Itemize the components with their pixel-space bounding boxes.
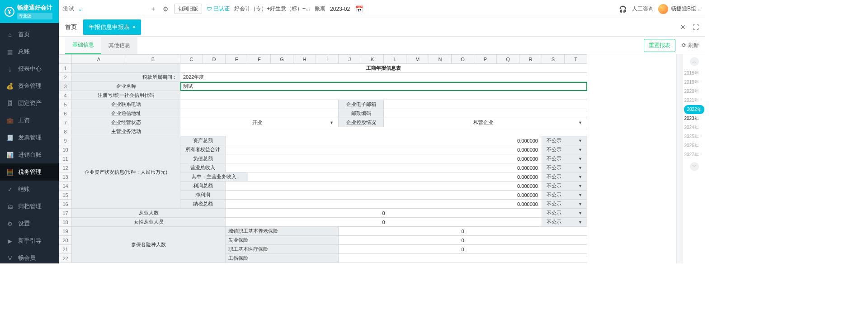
nav-icon: 🧾 bbox=[6, 134, 14, 141]
publicity-select[interactable]: 不公示▼ bbox=[544, 155, 585, 162]
publicity-select[interactable]: 不公示▼ bbox=[544, 219, 585, 225]
company-name-cell[interactable]: 测试 bbox=[180, 82, 587, 91]
calendar-icon[interactable]: 📅 bbox=[354, 5, 364, 13]
holding-select[interactable]: 私营企业▼ bbox=[386, 119, 585, 126]
sidebar-item-7[interactable]: 📊进销台账 bbox=[0, 146, 59, 163]
sidebar-item-0[interactable]: ⌂首页 bbox=[0, 26, 59, 43]
plan-text: 好会计（专）+好生意（标）+... bbox=[234, 5, 310, 13]
sidebar-item-12[interactable]: ▶新手引导 bbox=[0, 232, 59, 249]
company-name: 测试 bbox=[63, 5, 74, 13]
sidebar-item-11[interactable]: ⚙设置 bbox=[0, 215, 59, 232]
sidebar-nav: ⌂首页▤总账⭭报表中心💰资金管理🗄固定资产💼工资🧾发票管理📊进销台账🧮税务管理✓… bbox=[0, 23, 59, 263]
avatar bbox=[658, 4, 668, 14]
operating-status-select[interactable]: 开业▼ bbox=[182, 119, 336, 126]
year-2023年[interactable]: 2023年 bbox=[684, 114, 704, 123]
chevron-down-icon: ⌄ bbox=[78, 6, 82, 12]
scrollbar-vertical[interactable] bbox=[676, 54, 683, 263]
publicity-select[interactable]: 不公示▼ bbox=[544, 137, 585, 144]
brand-edition: 专业版 bbox=[17, 13, 52, 19]
nav-icon: ⌂ bbox=[6, 31, 14, 38]
period-label: 账期 bbox=[315, 5, 326, 13]
subtab-basic[interactable]: 基础信息 bbox=[65, 37, 101, 54]
publicity-select[interactable]: 不公示▼ bbox=[544, 173, 585, 180]
page-tabs: 首页 年报信息申报表 × × ⛶ bbox=[59, 18, 705, 36]
nav-icon: 🗄 bbox=[6, 100, 14, 107]
year-up-icon[interactable]: ︿ bbox=[690, 57, 699, 66]
nav-icon: 🗂 bbox=[6, 203, 14, 210]
support-link[interactable]: 人工咨询 bbox=[632, 5, 654, 13]
year-down-icon[interactable]: ﹀ bbox=[690, 162, 699, 171]
brand-icon: ¥ bbox=[5, 7, 14, 17]
close-icon[interactable]: × bbox=[680, 23, 685, 32]
year-2020年[interactable]: 2020年 bbox=[684, 87, 704, 96]
sidebar-item-4[interactable]: 🗄固定资产 bbox=[0, 95, 59, 112]
year-2025年[interactable]: 2025年 bbox=[684, 132, 704, 141]
year-2026年[interactable]: 2026年 bbox=[684, 141, 704, 150]
nav-icon: ▶ bbox=[6, 237, 14, 244]
year-2024年[interactable]: 2024年 bbox=[684, 123, 704, 132]
year-2018年[interactable]: 2018年 bbox=[684, 69, 704, 78]
reset-button[interactable]: 重置报表 bbox=[644, 39, 675, 52]
add-icon[interactable]: ＋ bbox=[149, 5, 157, 13]
brand-logo: ¥ 畅捷通好会计 专业版 bbox=[0, 0, 59, 23]
tab-annual-report[interactable]: 年报信息申报表 × bbox=[83, 19, 141, 35]
year-2022年[interactable]: 2022年 bbox=[684, 105, 704, 114]
publicity-select[interactable]: 不公示▼ bbox=[544, 191, 585, 198]
brand-name: 畅捷通好会计 bbox=[17, 4, 52, 12]
refresh-icon: ⟳ bbox=[682, 42, 686, 48]
company-select[interactable]: 测试 ⌄ bbox=[63, 5, 145, 13]
sidebar-item-5[interactable]: 💼工资 bbox=[0, 112, 59, 129]
nav-icon: V bbox=[6, 254, 14, 262]
publicity-select[interactable]: 不公示▼ bbox=[544, 210, 585, 216]
publicity-select[interactable]: 不公示▼ bbox=[544, 146, 585, 153]
sidebar-item-3[interactable]: 💰资金管理 bbox=[0, 77, 59, 95]
publicity-select[interactable]: 不公示▼ bbox=[544, 182, 585, 189]
sidebar-item-8[interactable]: 🧮税务管理 bbox=[0, 163, 59, 181]
nav-icon: ▤ bbox=[6, 48, 14, 55]
sidebar-item-13[interactable]: V畅会员 bbox=[0, 249, 59, 263]
nav-icon: 📊 bbox=[6, 151, 14, 158]
sidebar-item-1[interactable]: ▤总账 bbox=[0, 43, 59, 60]
nav-icon: 💰 bbox=[6, 82, 14, 90]
refresh-button[interactable]: ⟳ 刷新 bbox=[682, 42, 699, 49]
fullscreen-icon[interactable]: ⛶ bbox=[693, 24, 699, 31]
nav-icon: 💼 bbox=[6, 117, 14, 124]
topbar: 测试 ⌄ ＋ ⚙ 切到旧版 🛡 已认证 好会计（专）+好生意（标）+... 账期… bbox=[59, 0, 705, 18]
year-2019年[interactable]: 2019年 bbox=[684, 78, 704, 87]
tab-home[interactable]: 首页 bbox=[65, 23, 77, 31]
gear-icon[interactable]: ⚙ bbox=[162, 5, 170, 13]
user-name: 畅捷通B组... bbox=[671, 5, 701, 13]
period-value[interactable]: 2023-02 bbox=[330, 6, 350, 12]
year-2027年[interactable]: 2027年 bbox=[684, 150, 704, 159]
nav-icon: ✓ bbox=[6, 186, 14, 193]
sidebar-item-2[interactable]: ⭭报表中心 bbox=[0, 60, 59, 77]
sidebar-item-9[interactable]: ✓结账 bbox=[0, 181, 59, 198]
year-rail: ︿ 2018年2019年2020年2021年2022年2023年2024年202… bbox=[683, 54, 705, 263]
publicity-select[interactable]: 不公示▼ bbox=[544, 201, 585, 207]
shield-icon: 🛡 bbox=[207, 6, 212, 12]
publicity-select[interactable]: 不公示▼ bbox=[544, 164, 585, 171]
spreadsheet[interactable]: ABCDEFGHIJKLMNOPQRST1工商年报信息表2税款所属期间：2022… bbox=[59, 54, 676, 263]
sidebar-item-6[interactable]: 🧾发票管理 bbox=[0, 129, 59, 146]
nav-icon: 🧮 bbox=[6, 168, 14, 176]
sub-tabs: 基础信息 其他信息 重置报表 ⟳ 刷新 bbox=[59, 36, 705, 54]
sidebar-item-10[interactable]: 🗂归档管理 bbox=[0, 198, 59, 215]
nav-icon: ⚙ bbox=[6, 220, 14, 227]
nav-icon: ⭭ bbox=[6, 65, 14, 72]
switch-old-button[interactable]: 切到旧版 bbox=[174, 4, 202, 14]
year-2021年[interactable]: 2021年 bbox=[684, 96, 704, 105]
close-tab-icon[interactable]: × bbox=[132, 24, 136, 30]
sidebar: ¥ 畅捷通好会计 专业版 ⌂首页▤总账⭭报表中心💰资金管理🗄固定资产💼工资🧾发票… bbox=[0, 0, 59, 263]
user-menu[interactable]: 畅捷通B组... bbox=[658, 4, 701, 14]
verified-badge: 🛡 已认证 bbox=[207, 5, 230, 13]
subtab-other[interactable]: 其他信息 bbox=[101, 37, 137, 54]
headset-icon[interactable]: 🎧 bbox=[618, 5, 627, 13]
